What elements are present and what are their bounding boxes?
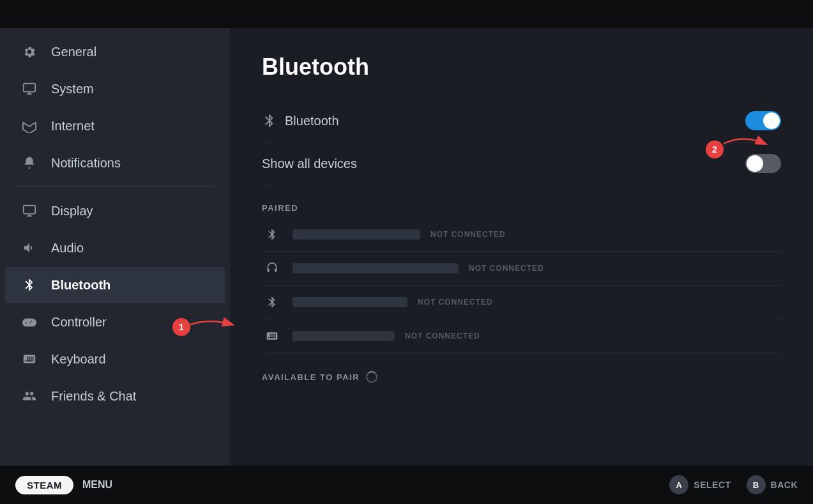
sidebar-item-friends-chat-label: Friends & Chat (51, 389, 136, 404)
sidebar-item-controller[interactable]: Controller (5, 304, 225, 340)
back-button-group: B BACK (747, 475, 798, 494)
sidebar-item-notifications[interactable]: Notifications (5, 145, 225, 181)
device-status-3: NOT CONNECTED (418, 298, 493, 307)
device-name-bar-2 (293, 263, 459, 273)
friends-icon (20, 387, 38, 405)
paired-section-header: PAIRED (262, 203, 781, 213)
sidebar-item-display-label: Display (51, 204, 93, 218)
bluetooth-toggle-label: Bluetooth (285, 114, 745, 128)
show-all-devices-label: Show all devices (262, 157, 745, 171)
steam-button[interactable]: STEAM (15, 476, 73, 494)
a-button[interactable]: A (669, 475, 688, 494)
internet-icon (20, 117, 38, 135)
device-bluetooth-icon-3 (262, 296, 282, 309)
sidebar-item-internet-label: Internet (51, 119, 95, 134)
sidebar-item-internet[interactable]: Internet (5, 108, 225, 144)
show-all-devices-row: Show all devices (262, 142, 781, 185)
main-area: General System Internet (0, 28, 813, 466)
select-label: SELECT (694, 480, 731, 490)
device-name-bar-4 (293, 331, 395, 341)
keyboard-icon (20, 350, 38, 368)
sidebar-item-keyboard-label: Keyboard (51, 352, 106, 367)
select-button-group: A SELECT (669, 475, 731, 494)
sidebar-item-system-label: System (51, 82, 94, 96)
audio-icon (20, 239, 38, 257)
sidebar-item-system[interactable]: System (5, 71, 225, 107)
sidebar-item-bluetooth-label: Bluetooth (51, 278, 110, 293)
loading-spinner (366, 371, 377, 383)
bluetooth-toggle-row: Bluetooth (262, 100, 781, 142)
bottom-bar: STEAM MENU A SELECT B BACK (0, 466, 813, 504)
device-row-2[interactable]: NOT CONNECTED (262, 252, 781, 286)
back-label: BACK (771, 480, 798, 490)
display-icon (20, 202, 38, 220)
sidebar-item-friends-chat[interactable]: Friends & Chat (5, 378, 225, 414)
bell-icon (20, 154, 38, 172)
sidebar: General System Internet (0, 28, 230, 466)
device-keyboard-icon (262, 330, 282, 342)
bluetooth-toggle[interactable] (745, 111, 781, 130)
sidebar-item-audio[interactable]: Audio (5, 230, 225, 266)
sidebar-divider (15, 187, 215, 187)
system-icon (20, 80, 38, 98)
bluetooth-toggle-icon (262, 113, 285, 128)
device-status-4: NOT CONNECTED (405, 332, 480, 340)
device-name-bar-3 (293, 297, 407, 307)
bluetooth-sidebar-icon (20, 276, 38, 294)
available-section-header: AVAILABLE TO PAIR (262, 372, 360, 382)
menu-label: MENU (82, 479, 112, 491)
sidebar-item-audio-label: Audio (51, 241, 84, 256)
device-name-bar-1 (293, 229, 420, 240)
svg-rect-0 (24, 84, 35, 92)
sidebar-item-display[interactable]: Display (5, 193, 225, 229)
svg-rect-1 (24, 206, 35, 214)
sidebar-item-controller-label: Controller (51, 315, 107, 330)
device-row-1[interactable]: NOT CONNECTED (262, 218, 781, 252)
device-bluetooth-icon-1 (262, 228, 282, 241)
bluetooth-toggle-knob (763, 112, 780, 129)
device-status-1: NOT CONNECTED (430, 230, 506, 239)
gear-icon (20, 43, 38, 61)
b-button[interactable]: B (747, 475, 766, 494)
controller-icon (20, 313, 38, 331)
device-status-2: NOT CONNECTED (469, 264, 544, 273)
sidebar-item-general[interactable]: General (5, 34, 225, 70)
sidebar-item-notifications-label: Notifications (51, 156, 121, 171)
sidebar-item-general-label: General (51, 45, 96, 59)
page-title: Bluetooth (262, 54, 781, 80)
available-section: AVAILABLE TO PAIR (262, 371, 781, 383)
show-all-devices-toggle-knob (747, 155, 763, 172)
content-area: Bluetooth Bluetooth Show all devices PAI… (230, 28, 813, 466)
show-all-devices-toggle[interactable] (745, 154, 781, 173)
device-headphones-icon (262, 262, 282, 275)
sidebar-item-bluetooth[interactable]: Bluetooth (5, 267, 225, 303)
device-row-4[interactable]: NOT CONNECTED (262, 319, 781, 353)
top-bar (0, 0, 813, 28)
sidebar-item-keyboard[interactable]: Keyboard (5, 341, 225, 377)
bottom-right-controls: A SELECT B BACK (669, 475, 798, 494)
device-row-3[interactable]: NOT CONNECTED (262, 286, 781, 319)
